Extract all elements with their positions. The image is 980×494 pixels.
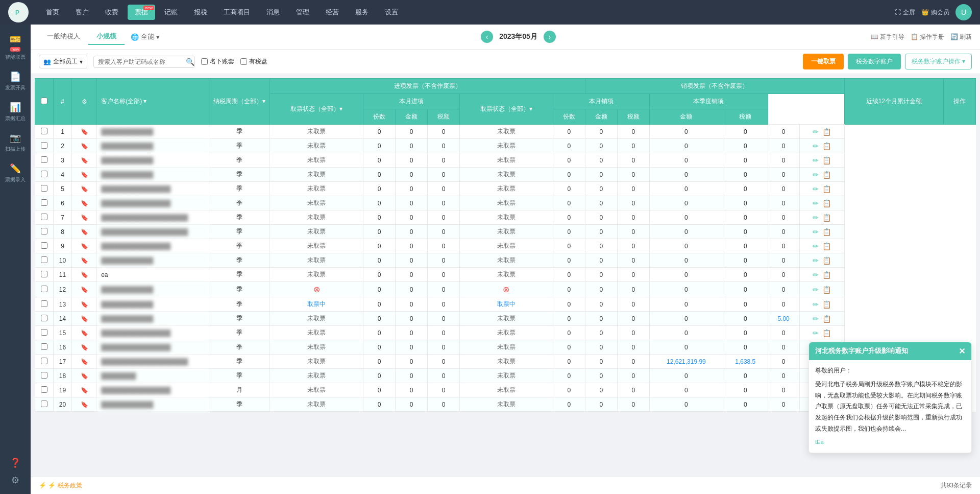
edit-icon[interactable]: ✏ (813, 271, 819, 279)
nav-tax[interactable]: 报税 (187, 5, 214, 20)
tax-policy-link[interactable]: ⚡ ⚡ 税务政策 (39, 481, 82, 490)
edit-icon[interactable]: ✏ (813, 214, 819, 222)
sidebar-item-invoice-summary[interactable]: 📊 票据汇总 (2, 98, 29, 126)
tax-digital-account-button[interactable]: 税务数字账户 (848, 54, 901, 69)
my-accounts-checkbox-label[interactable]: 名下账套 (201, 57, 234, 66)
row-bookmark-icon[interactable]: 🔖 (72, 139, 97, 153)
sidebar-item-invoice-open[interactable]: 📄 发票开具 (2, 67, 29, 96)
has-tax-disk-checkbox[interactable] (240, 58, 247, 65)
row-bookmark-icon[interactable]: 🔖 (72, 210, 97, 225)
settings-icon[interactable]: ⚙ (11, 475, 19, 486)
row-bookmark-icon[interactable]: 🔖 (72, 225, 97, 239)
edit-icon[interactable]: ✏ (813, 142, 819, 150)
row-checkbox[interactable] (41, 329, 47, 336)
nav-business[interactable]: 工商项目 (216, 5, 257, 20)
row-bookmark-icon[interactable]: 🔖 (72, 297, 97, 312)
edit-icon[interactable]: ✏ (813, 256, 819, 265)
row-checkbox[interactable] (41, 401, 47, 407)
tab-general-taxpayer[interactable]: 一般纳税人 (39, 29, 88, 45)
row-checkbox[interactable] (41, 286, 47, 292)
row-checkbox[interactable] (41, 372, 47, 379)
nav-service[interactable]: 服务 (348, 5, 376, 20)
row-bookmark-icon[interactable]: 🔖 (72, 239, 97, 253)
copy-icon[interactable]: 📋 (822, 199, 831, 207)
row-checkbox[interactable] (41, 199, 47, 206)
copy-icon[interactable]: 📋 (822, 142, 831, 150)
row-checkbox[interactable] (41, 228, 47, 234)
row-bookmark-icon[interactable]: 🔖 (72, 153, 97, 168)
nav-message[interactable]: 消息 (259, 5, 287, 20)
th-out-status[interactable]: 取票状态（全部）▾ (460, 94, 553, 125)
my-accounts-checkbox[interactable] (201, 58, 208, 65)
nav-settings[interactable]: 设置 (378, 5, 405, 20)
has-tax-disk-checkbox-label[interactable]: 有税盘 (240, 57, 267, 66)
row-bookmark-icon[interactable]: 🔖 (72, 253, 97, 268)
nav-fee[interactable]: 收费 (98, 5, 126, 20)
row-checkbox[interactable] (41, 142, 47, 149)
nav-operate[interactable]: 经营 (318, 5, 346, 20)
manual-link[interactable]: 📋 操作手册 (911, 33, 944, 41)
nav-manage[interactable]: 管理 (289, 5, 316, 20)
prev-month-button[interactable]: ‹ (481, 31, 493, 43)
copy-icon[interactable]: 📋 (822, 128, 831, 136)
row-bookmark-icon[interactable]: 🔖 (72, 125, 97, 139)
copy-icon[interactable]: 📋 (822, 214, 831, 222)
row-bookmark-icon[interactable]: 🔖 (72, 383, 97, 397)
nav-bookkeeping[interactable]: 记账 (157, 5, 185, 20)
edit-icon[interactable]: ✏ (813, 228, 819, 236)
row-checkbox[interactable] (41, 156, 47, 163)
row-bookmark-icon[interactable]: 🔖 (72, 397, 97, 412)
one-click-ticket-button[interactable]: 一键取票 (803, 54, 844, 69)
row-bookmark-icon[interactable]: 🔖 (72, 282, 97, 297)
row-bookmark-icon[interactable]: 🔖 (72, 182, 97, 196)
select-all-checkbox[interactable] (41, 98, 47, 104)
row-checkbox[interactable] (41, 343, 47, 350)
nav-ticket[interactable]: 票据 new (128, 5, 155, 20)
row-checkbox[interactable] (41, 185, 47, 192)
nav-home[interactable]: 首页 (39, 5, 66, 20)
edit-icon[interactable]: ✏ (813, 286, 819, 294)
row-checkbox[interactable] (41, 386, 47, 393)
copy-icon[interactable]: 📋 (822, 228, 831, 236)
row-bookmark-icon[interactable]: 🔖 (72, 340, 97, 355)
copy-icon[interactable]: 📋 (822, 271, 831, 279)
row-checkbox[interactable] (41, 256, 47, 263)
sidebar-item-scan-upload[interactable]: 📷 扫描上传 (2, 128, 29, 157)
copy-icon[interactable]: 📋 (822, 171, 831, 179)
edit-icon[interactable]: ✏ (813, 156, 819, 164)
edit-icon[interactable]: ✏ (813, 329, 819, 337)
copy-icon[interactable]: 📋 (822, 300, 831, 309)
tab-small-scale[interactable]: 小规模 (88, 29, 125, 45)
notification-close-button[interactable]: ✕ (959, 346, 965, 356)
row-checkbox[interactable] (41, 271, 47, 277)
edit-icon[interactable]: ✏ (813, 171, 819, 179)
nav-client[interactable]: 客户 (68, 5, 96, 20)
sidebar-item-invoice-input[interactable]: ✏️ 票据录入 (2, 159, 29, 187)
edit-icon[interactable]: ✏ (813, 128, 819, 136)
copy-icon[interactable]: 📋 (822, 286, 831, 294)
th-in-status[interactable]: 取票状态（全部）▾ (270, 94, 363, 125)
new-guide-link[interactable]: 📖 新手引导 (871, 33, 904, 41)
employee-select[interactable]: 👥 全部员工 ▾ (39, 55, 87, 68)
th-tax-period[interactable]: 纳税周期（全部）▾ (209, 79, 270, 125)
next-month-button[interactable]: › (544, 31, 556, 43)
row-checkbox[interactable] (41, 315, 47, 321)
fullscreen-button[interactable]: ⛶ 全屏 (895, 8, 915, 17)
row-bookmark-icon[interactable]: 🔖 (72, 355, 97, 369)
edit-icon[interactable]: ✏ (813, 315, 819, 323)
user-avatar[interactable]: U (955, 4, 972, 20)
copy-icon[interactable]: 📋 (822, 256, 831, 265)
copy-icon[interactable]: 📋 (822, 156, 831, 164)
refresh-link[interactable]: 🔄 刷新 (950, 33, 972, 41)
row-checkbox[interactable] (41, 358, 47, 364)
row-checkbox[interactable] (41, 242, 47, 249)
th-settings[interactable]: ⚙ (72, 79, 97, 125)
row-bookmark-icon[interactable]: 🔖 (72, 168, 97, 182)
row-checkbox[interactable] (41, 171, 47, 177)
edit-icon[interactable]: ✏ (813, 242, 819, 250)
sidebar-item-smart-ticket[interactable]: 🎫 new 智能取票 (2, 30, 29, 65)
help-icon[interactable]: ❓ (10, 457, 21, 468)
copy-icon[interactable]: 📋 (822, 185, 831, 193)
edit-icon[interactable]: ✏ (813, 185, 819, 193)
copy-icon[interactable]: 📋 (822, 315, 831, 323)
